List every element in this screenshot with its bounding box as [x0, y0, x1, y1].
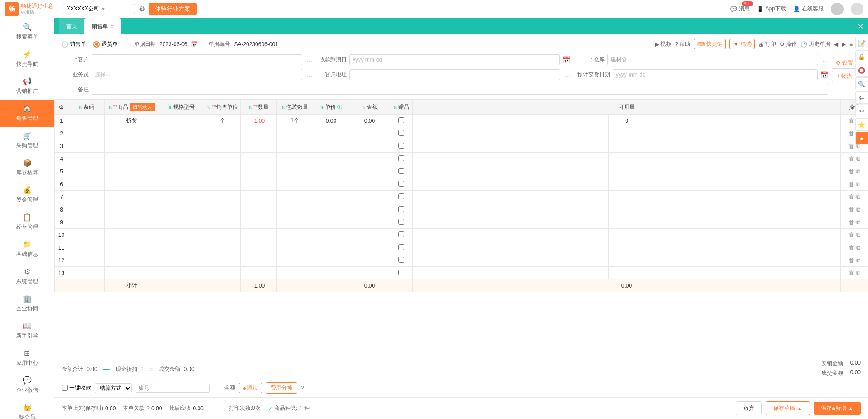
- radio-return[interactable]: 退货单: [93, 40, 118, 48]
- cell-spec[interactable]: [159, 203, 204, 216]
- video-btn[interactable]: ▶ 视频: [655, 40, 671, 48]
- salesperson-dots[interactable]: ...: [307, 71, 312, 78]
- gift-checkbox[interactable]: [398, 168, 404, 174]
- cell-gift[interactable]: [390, 115, 413, 127]
- fee-question-icon[interactable]: ?: [301, 385, 304, 391]
- cell-unit[interactable]: [204, 191, 241, 203]
- cell-unit[interactable]: [204, 165, 241, 178]
- grid-view-icon[interactable]: ≡: [849, 41, 853, 48]
- cell-price[interactable]: [313, 178, 349, 191]
- operation-btn[interactable]: ⚙ 操作: [780, 40, 797, 48]
- history-btn[interactable]: 🕐 历史单据: [800, 40, 830, 48]
- cell-product[interactable]: [105, 254, 159, 267]
- cell-barcode[interactable]: [68, 115, 105, 127]
- cell-price[interactable]: [313, 191, 349, 203]
- copy-icon[interactable]: ⧉: [856, 155, 860, 163]
- sort-icon5[interactable]: ⇅: [248, 105, 252, 110]
- cell-qty[interactable]: -1.00: [241, 115, 277, 127]
- delete-icon[interactable]: 🗑: [849, 270, 854, 276]
- cell-gift[interactable]: [390, 153, 413, 165]
- cell-amount[interactable]: [349, 140, 390, 153]
- cell-amount[interactable]: 0.00: [349, 115, 390, 127]
- delete-icon[interactable]: 🗑: [849, 155, 854, 162]
- cell-product[interactable]: [105, 165, 159, 178]
- customer-input[interactable]: [92, 54, 302, 65]
- cell-price[interactable]: [313, 229, 349, 241]
- tab-home[interactable]: 首页: [59, 18, 84, 34]
- sidebar-item-wechat[interactable]: 💬 企业微信: [0, 371, 54, 399]
- cell-price[interactable]: [313, 165, 349, 178]
- one-click-payment-checkbox[interactable]: 一键收款: [62, 384, 91, 392]
- cell-price[interactable]: [313, 140, 349, 153]
- delete-icon[interactable]: 🗑: [849, 130, 854, 137]
- cell-barcode[interactable]: [68, 165, 105, 178]
- cell-amount[interactable]: [349, 191, 390, 203]
- settings-icon[interactable]: ⚙: [139, 5, 145, 13]
- sidebar-item-guide[interactable]: 📖 新手引导: [0, 317, 54, 344]
- cell-amount[interactable]: [349, 241, 390, 254]
- cell-amount[interactable]: [349, 267, 390, 279]
- gift-checkbox[interactable]: [398, 270, 404, 275]
- warehouse-input[interactable]: 建材仓: [607, 54, 818, 65]
- print-btn[interactable]: 🖨 打印: [758, 40, 776, 48]
- product-kind-stat[interactable]: ✓ 商品种类: 1 种: [268, 405, 310, 412]
- cell-spec[interactable]: [159, 127, 204, 140]
- delete-icon[interactable]: 🗑: [849, 117, 854, 124]
- sidebar-item-member[interactable]: 👑 畅会员: [0, 399, 54, 419]
- gift-checkbox[interactable]: [398, 257, 404, 263]
- sidebar-item-inventory[interactable]: 📦 库存核算: [0, 154, 54, 181]
- cell-product[interactable]: [105, 267, 159, 279]
- cell-barcode[interactable]: [68, 229, 105, 241]
- sort-icon9[interactable]: ⇅: [393, 105, 397, 110]
- right-float-circle[interactable]: ⭕: [855, 64, 868, 77]
- gift-checkbox[interactable]: [398, 181, 404, 187]
- cell-spec[interactable]: [159, 115, 204, 127]
- cell-barcode[interactable]: [68, 254, 105, 267]
- gift-checkbox[interactable]: [398, 206, 404, 212]
- gift-checkbox[interactable]: [398, 143, 404, 149]
- save-new-btn[interactable]: 保存&新增 ▲: [814, 402, 861, 415]
- cell-spec[interactable]: [159, 153, 204, 165]
- cell-spec[interactable]: [159, 140, 204, 153]
- cell-pkgqty[interactable]: [277, 178, 313, 191]
- account-dots[interactable]: ...: [215, 385, 221, 392]
- cell-pkgqty[interactable]: [277, 153, 313, 165]
- company-selector[interactable]: XXXXXX公司 ▼: [63, 4, 135, 14]
- calendar-icon[interactable]: 📅: [191, 41, 198, 48]
- cell-gift[interactable]: [390, 229, 413, 241]
- cell-product[interactable]: [105, 229, 159, 241]
- cell-product[interactable]: 拆货: [105, 115, 159, 127]
- cell-unit[interactable]: [204, 229, 241, 241]
- copy-icon[interactable]: ⧉: [856, 193, 860, 201]
- avatar2[interactable]: [851, 3, 863, 15]
- gift-checkbox[interactable]: [398, 155, 404, 161]
- cell-amount[interactable]: [349, 254, 390, 267]
- cell-product[interactable]: [105, 216, 159, 229]
- cell-gift[interactable]: [390, 203, 413, 216]
- cell-unit[interactable]: [204, 203, 241, 216]
- sidebar-item-shortcut[interactable]: ⚡ 快捷导航: [0, 45, 54, 72]
- cell-price[interactable]: [313, 153, 349, 165]
- tab-close-icon[interactable]: ×: [111, 24, 113, 29]
- cell-gift[interactable]: [390, 191, 413, 203]
- cell-pkgqty[interactable]: [277, 203, 313, 216]
- cell-spec[interactable]: [159, 191, 204, 203]
- right-float-lock[interactable]: 🔒: [855, 50, 868, 63]
- due-date-calendar-icon[interactable]: 📅: [563, 56, 570, 63]
- th-settings[interactable]: ⚙: [55, 100, 68, 115]
- cell-qty[interactable]: [241, 153, 277, 165]
- right-float-edit[interactable]: 📝: [855, 37, 868, 49]
- cell-pkgqty[interactable]: [277, 229, 313, 241]
- cell-barcode[interactable]: [68, 203, 105, 216]
- cell-spec[interactable]: [159, 229, 204, 241]
- cell-pkgqty[interactable]: 1个: [277, 115, 313, 127]
- delete-icon[interactable]: 🗑: [849, 219, 854, 226]
- cell-barcode[interactable]: [68, 178, 105, 191]
- right-float-star[interactable]: ⭐: [855, 118, 868, 131]
- sidebar-item-apps[interactable]: ⊞ 应用中心: [0, 344, 54, 371]
- delete-icon[interactable]: 🗑: [849, 168, 854, 175]
- discard-btn[interactable]: 放弃: [736, 401, 762, 415]
- experience-btn[interactable]: 体验行业方案: [149, 3, 197, 15]
- sidebar-item-base[interactable]: 📁 基础信息: [0, 236, 54, 263]
- cell-gift[interactable]: [390, 241, 413, 254]
